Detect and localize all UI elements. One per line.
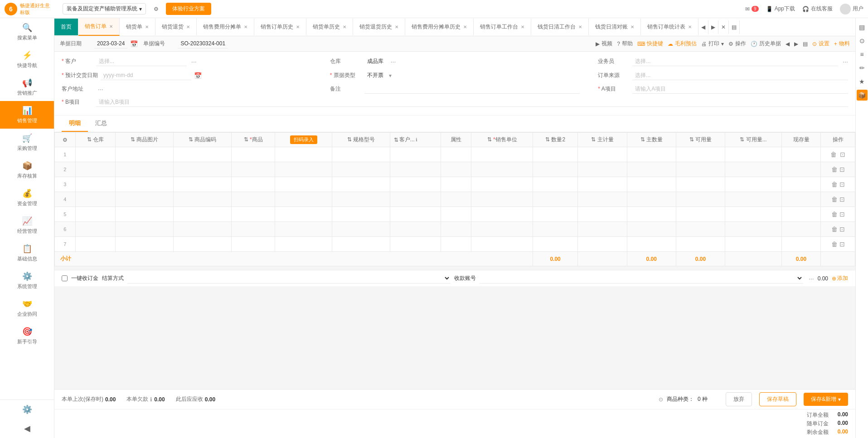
sidebar-item-collab[interactable]: 🤝 企业协同 [0, 294, 54, 322]
print-button[interactable]: 🖨 打印 ▾ [701, 40, 724, 48]
sidebar-item-inventory[interactable]: 📦 库存核算 [0, 156, 54, 184]
help-button[interactable]: ? 帮助 [617, 40, 633, 48]
row-available-1[interactable] [676, 147, 725, 162]
row-product-1[interactable] [232, 147, 275, 162]
a-project-input[interactable] [632, 84, 848, 94]
delivery-calendar-icon[interactable]: 📅 [194, 72, 202, 79]
order-source-input[interactable] [632, 71, 848, 80]
tab-cash-reconcile[interactable]: 钱货日清对账 ✕ [589, 19, 641, 35]
save-draft-button[interactable]: 保存草稿 [759, 392, 796, 406]
b-project-input[interactable] [96, 97, 848, 107]
tab-close-icon[interactable]: ✕ [630, 24, 634, 29]
settings-button[interactable]: ⊙ 设置 [812, 40, 829, 48]
row-code-1[interactable] [174, 147, 232, 162]
tab-close-icon[interactable]: ✕ [463, 24, 467, 29]
sidebar-item-basic-info[interactable]: 📋 基础信息 [0, 239, 54, 267]
message-button[interactable]: ✉ 9 [745, 6, 759, 12]
row-main-unit-1[interactable] [578, 147, 627, 162]
view-button[interactable]: ▶ 视频 [596, 40, 612, 48]
method-select[interactable] [127, 273, 451, 284]
col-settings-header[interactable]: ⚙ [55, 133, 76, 147]
row-copy-button[interactable]: ⊡ [839, 165, 846, 174]
tab-close-icon[interactable]: ✕ [186, 24, 190, 29]
row-main-qty-1[interactable] [627, 147, 676, 162]
sidebar-item-system[interactable]: ⚙️ 系统管理 [0, 267, 54, 294]
tab-sales-history[interactable]: 销货单历史 ✕ [306, 19, 353, 35]
row-customer-code-1[interactable] [390, 147, 441, 162]
tab-close-icon[interactable]: ✕ [109, 24, 113, 29]
tab-close-icon[interactable]: ✕ [296, 24, 300, 29]
tab-sales[interactable]: 销货单 ✕ [120, 19, 155, 35]
account-select[interactable] [480, 273, 803, 284]
tab-fee[interactable]: 销售费用分摊单 ✕ [197, 19, 254, 35]
sidebar-item-search[interactable]: 🔍 搜索菜单 [0, 18, 54, 46]
tab-home[interactable]: 首页 [54, 19, 78, 35]
customer-more-icon[interactable]: ··· [191, 58, 197, 65]
sidebar-item-quicknav[interactable]: ⚡ 快捷导航 [0, 46, 54, 73]
address-more-icon[interactable]: ··· [98, 86, 103, 93]
system-selector[interactable]: 装备及固定资产辅助管理系统 ▾ [63, 3, 146, 14]
tab-close-icon[interactable]: ✕ [521, 24, 524, 29]
right-tool-edit[interactable]: ✏ [857, 63, 868, 73]
tab-close-icon[interactable]: ✕ [244, 24, 247, 29]
row-copy-button[interactable]: ⊡ [839, 210, 846, 219]
row-delete-button[interactable]: 🗑 [830, 180, 839, 189]
sidebar-item-settings[interactable]: ⚙️ [0, 400, 54, 419]
right-tool-layout[interactable]: ▤ [857, 22, 868, 33]
staff-more-icon[interactable]: ··· [843, 58, 848, 65]
warehouse-more-icon[interactable]: ··· [391, 58, 396, 65]
calendar-icon[interactable]: 📅 [130, 40, 138, 48]
discard-button[interactable]: 放弃 [726, 392, 752, 406]
save-new-button[interactable]: 保存&新增 ▾ [804, 393, 848, 406]
sidebar-item-guide[interactable]: 🎯 新手引导 [0, 322, 54, 350]
row-warehouse-1[interactable] [75, 147, 116, 162]
row-stock-1[interactable] [781, 147, 820, 162]
right-tool-box[interactable]: 📦 [857, 90, 868, 101]
right-tool-list[interactable]: ≡ [857, 49, 868, 60]
tab-fee-history[interactable]: 销售费用分摊单历史 ✕ [405, 19, 474, 35]
online-service-button[interactable]: 🎧 在线客服 [802, 5, 833, 13]
tab-next-button[interactable]: ▶ [708, 20, 718, 34]
add-payment-button[interactable]: ⊕ 添加 [832, 274, 848, 282]
tab-close-icon[interactable]: ✕ [343, 24, 346, 29]
user-button[interactable]: 用户 [840, 4, 863, 14]
shortcut-button[interactable]: ⌨ 快捷键 [637, 40, 663, 48]
sidebar-item-operations[interactable]: 📈 经营管理 [0, 212, 54, 239]
row-delete-button[interactable]: 🗑 [830, 165, 839, 174]
grid-view-button[interactable]: ▤ [803, 41, 808, 47]
row-available2-1[interactable] [725, 147, 782, 162]
tab-summary[interactable]: 汇总 [88, 116, 114, 132]
scan-button[interactable]: 扫码录入 [290, 135, 317, 144]
tab-close-icon[interactable]: ✕ [395, 24, 398, 29]
row-copy-button[interactable]: ⊡ [839, 240, 846, 249]
industry-button[interactable]: 体验行业方案 [166, 3, 211, 15]
row-image-1[interactable] [116, 147, 174, 162]
tab-close-icon[interactable]: ✕ [578, 24, 582, 29]
row-spec-1[interactable] [332, 147, 390, 162]
sidebar-item-marketing[interactable]: 📢 营销推广 [0, 73, 54, 101]
row-copy-button[interactable]: ⊡ [839, 180, 846, 189]
app-download-button[interactable]: 📱 App下载 [766, 5, 795, 13]
row-delete-button[interactable]: 🗑 [830, 210, 839, 219]
sidebar-item-collapse[interactable]: ◀ [0, 419, 54, 438]
remark-input[interactable] [364, 84, 580, 94]
gear-icon[interactable]: ⚙ [150, 3, 162, 15]
tab-cash-workbench[interactable]: 钱货日清工作台 ✕ [531, 19, 589, 35]
sidebar-item-purchase[interactable]: 🛒 采购管理 [0, 129, 54, 156]
customer-input[interactable] [96, 57, 187, 66]
deposit-checkbox[interactable] [62, 275, 68, 281]
delivery-input[interactable] [101, 71, 191, 80]
sidebar-item-sales[interactable]: 📊 销售管理 [0, 101, 54, 129]
add-material-button[interactable]: + 物料 [834, 40, 850, 48]
row-copy-button[interactable]: ⊡ [839, 150, 846, 159]
row-delete-button[interactable]: 🗑 [829, 150, 838, 159]
tab-close-all-button[interactable]: ✕ [718, 20, 729, 34]
tab-order-workbench[interactable]: 销售订单工作台 ✕ [474, 19, 531, 35]
sidebar-item-finance[interactable]: 💰 资金管理 [0, 184, 54, 212]
right-tool-circle[interactable]: ⊙ [857, 35, 868, 46]
tab-close-icon[interactable]: ✕ [145, 24, 149, 29]
tab-menu-button[interactable]: ▤ [729, 20, 740, 34]
row-copy-button[interactable]: ⊡ [839, 195, 846, 204]
info-icon[interactable]: ℹ [416, 137, 417, 142]
history-button[interactable]: 🕐 历史单据 [751, 40, 781, 48]
